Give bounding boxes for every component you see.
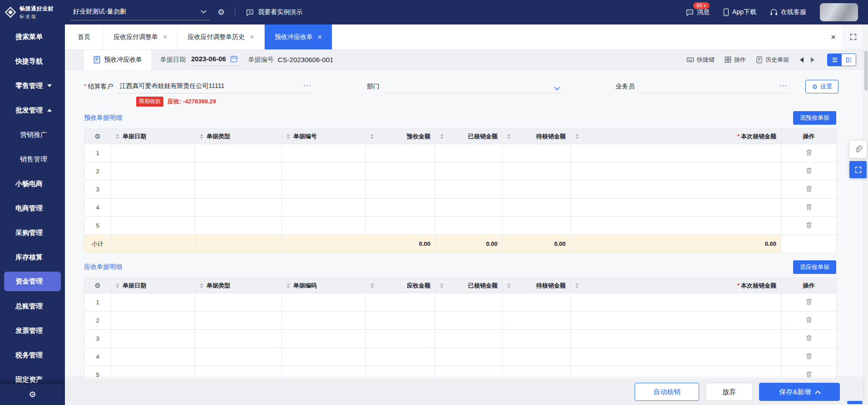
- sort-icon[interactable]: [200, 283, 203, 288]
- close-icon[interactable]: [318, 33, 322, 41]
- delete-row-icon[interactable]: [806, 149, 812, 156]
- expand-panel-button[interactable]: [849, 161, 867, 178]
- sidebar-item-quick-nav[interactable]: 快捷导航: [0, 49, 65, 73]
- sort-icon[interactable]: [440, 134, 444, 139]
- paperclip-icon: [854, 145, 862, 153]
- chevron-down-icon: [201, 10, 207, 14]
- more-icon[interactable]: [779, 82, 787, 90]
- sort-icon[interactable]: [286, 283, 290, 288]
- sort-icon[interactable]: [116, 134, 119, 139]
- delete-row-icon[interactable]: [806, 298, 812, 305]
- vertical-scrollbar[interactable]: [863, 24, 868, 405]
- table-row: 5: [84, 217, 837, 235]
- document-tab[interactable]: 预收冲应收单: [84, 50, 151, 70]
- expand-icon: [854, 166, 862, 174]
- document-form-icon: [93, 56, 101, 64]
- doc-date-field[interactable]: 2023-06-06: [190, 54, 239, 66]
- current-amount-cell[interactable]: [571, 366, 781, 379]
- column-settings-icon[interactable]: [94, 132, 100, 141]
- sidebar-item-marketing[interactable]: 营销推广: [0, 122, 65, 147]
- sidebar-item-search-menu[interactable]: 搜索菜单: [0, 24, 65, 49]
- current-amount-cell[interactable]: [571, 162, 781, 181]
- prev-doc-icon[interactable]: [800, 57, 804, 63]
- sort-icon[interactable]: [116, 283, 119, 288]
- attachment-button[interactable]: [849, 141, 867, 158]
- tab-prepay-offset[interactable]: 预收冲应收单: [265, 24, 332, 49]
- delete-row-icon[interactable]: [806, 371, 812, 378]
- current-amount-cell[interactable]: [571, 330, 781, 348]
- sidebar-item-funds[interactable]: 资金管理: [4, 272, 61, 291]
- sort-icon[interactable]: [575, 283, 579, 288]
- history-docs-button[interactable]: 历史单据: [756, 56, 789, 64]
- current-amount-cell[interactable]: [571, 293, 781, 312]
- online-service-button[interactable]: 在线客服: [770, 8, 806, 16]
- sort-icon[interactable]: [440, 283, 444, 288]
- delete-row-icon[interactable]: [806, 222, 812, 229]
- sidebar-item-xiaochang-ecom[interactable]: 小畅电商: [0, 171, 65, 196]
- delete-row-icon[interactable]: [806, 317, 812, 323]
- sidebar-item-retail[interactable]: 零售管理: [0, 73, 65, 98]
- sort-icon[interactable]: [370, 134, 374, 139]
- gear-icon[interactable]: [29, 390, 36, 400]
- delete-row-icon[interactable]: [806, 167, 812, 174]
- card-view-button[interactable]: [842, 54, 856, 66]
- demo-link[interactable]: 我要看实例演示: [246, 8, 302, 16]
- department-field[interactable]: [384, 87, 562, 93]
- more-icon[interactable]: [303, 82, 311, 90]
- discard-button[interactable]: 放弃: [705, 383, 753, 401]
- column-settings-icon[interactable]: [94, 282, 100, 290]
- current-amount-cell[interactable]: [571, 181, 781, 199]
- sidebar-item-sales[interactable]: 销售管理: [0, 147, 65, 171]
- next-doc-icon[interactable]: [811, 57, 814, 63]
- delete-row-icon[interactable]: [806, 185, 812, 192]
- auto-writeoff-button[interactable]: 自动核销: [635, 383, 699, 401]
- sidebar-item-ledger[interactable]: 总账管理: [0, 294, 65, 318]
- actions-button[interactable]: 操作: [725, 56, 746, 64]
- save-and-new-button[interactable]: 保存&新增: [759, 383, 840, 401]
- current-amount-cell[interactable]: [571, 312, 781, 330]
- sidebar-item-ecommerce[interactable]: 电商管理: [0, 196, 65, 220]
- close-icon[interactable]: [163, 33, 167, 41]
- company-select[interactable]: 好业财测试-量勿删: [70, 5, 210, 20]
- delete-row-icon[interactable]: [806, 335, 812, 342]
- sort-icon[interactable]: [507, 134, 511, 139]
- customer-field[interactable]: 江西真可爱布娃娃有限责任公司11111: [118, 82, 313, 93]
- account-settings-icon[interactable]: [217, 7, 225, 17]
- receivable-balance: 应收: -4278398.29: [168, 98, 216, 106]
- sort-icon[interactable]: [286, 134, 290, 139]
- scrollbar-thumb[interactable]: [864, 51, 868, 91]
- sidebar-item-inventory[interactable]: 库存核算: [0, 245, 65, 269]
- list-view-button[interactable]: [828, 54, 842, 66]
- fullscreen-button[interactable]: [843, 24, 863, 49]
- tab-adjustment-doc[interactable]: 应收应付调整单: [104, 24, 178, 49]
- delete-row-icon[interactable]: [806, 204, 812, 210]
- sort-icon[interactable]: [200, 134, 203, 139]
- select-prepay-docs-button[interactable]: 选预收单据: [793, 111, 836, 125]
- divider: [235, 7, 235, 17]
- chevron-down-icon[interactable]: [554, 87, 560, 90]
- delete-row-icon[interactable]: [806, 353, 812, 360]
- current-amount-cell[interactable]: [571, 348, 781, 366]
- sidebar-item-tax[interactable]: 税务管理: [0, 343, 65, 367]
- select-receivable-docs-button[interactable]: 选应收单据: [793, 260, 836, 274]
- sort-icon[interactable]: [370, 283, 374, 288]
- sort-icon[interactable]: [575, 134, 579, 139]
- user-avatar[interactable]: [820, 3, 858, 21]
- current-amount-cell[interactable]: [571, 144, 781, 162]
- salesman-field[interactable]: [639, 82, 789, 93]
- tab-home[interactable]: 首页: [65, 24, 104, 49]
- sort-icon[interactable]: [507, 283, 511, 288]
- sidebar-item-purchase[interactable]: 采购管理: [0, 220, 65, 245]
- close-all-tabs-icon[interactable]: [824, 32, 843, 42]
- horizontal-scrollbar-thumb[interactable]: [847, 401, 863, 404]
- settings-button[interactable]: 设置: [805, 80, 838, 93]
- sidebar-item-invoice[interactable]: 发票管理: [0, 318, 65, 343]
- tab-adjustment-history[interactable]: 应收应付调整单历史: [178, 24, 264, 49]
- current-amount-cell[interactable]: [571, 199, 781, 217]
- shortcut-keys-button[interactable]: 快捷键: [686, 56, 715, 64]
- sidebar-item-wholesale[interactable]: 批发管理: [0, 98, 65, 122]
- messages-button[interactable]: 消息 99 +: [686, 8, 710, 16]
- close-icon[interactable]: [250, 33, 254, 41]
- app-download-button[interactable]: App下载: [723, 8, 756, 16]
- current-amount-cell[interactable]: [571, 217, 781, 235]
